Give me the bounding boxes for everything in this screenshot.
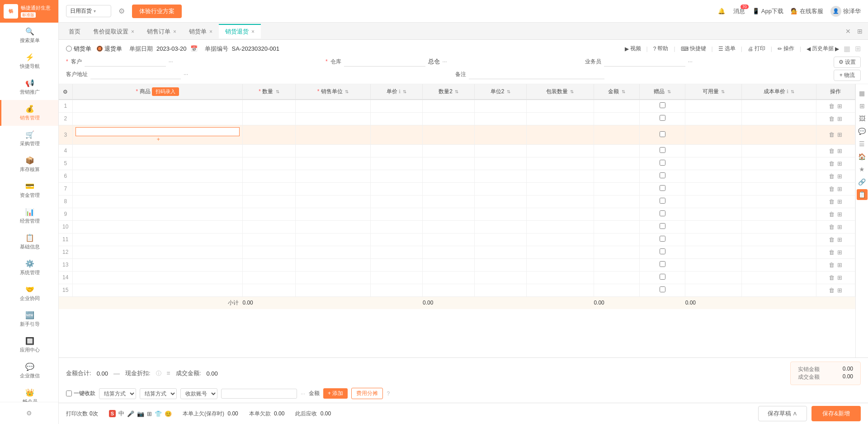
unit-price-cell[interactable] (370, 233, 423, 246)
amount-cell[interactable] (594, 157, 639, 170)
unit-price-cell[interactable] (370, 220, 423, 233)
gift-cell[interactable] (640, 258, 685, 271)
cost-price-cell[interactable] (742, 258, 816, 271)
quantity2-cell[interactable] (423, 258, 475, 271)
calculation-method-select[interactable]: 结算方式 (140, 388, 177, 399)
cost-price-cell[interactable] (742, 220, 816, 233)
amount-cell[interactable] (594, 100, 639, 112)
gift-checkbox[interactable] (660, 115, 665, 121)
copy-icon[interactable]: ⊞ (837, 103, 842, 110)
sidebar-item-purchase[interactable]: 🛒 采购管理 (0, 126, 58, 152)
camera-icon[interactable]: 📷 (137, 410, 144, 417)
amount-cell[interactable] (594, 195, 639, 208)
unit2-cell[interactable] (475, 271, 527, 284)
radio-sales-bill[interactable]: 销货单 (66, 45, 91, 53)
print-btn[interactable]: 🖨 打印 (748, 45, 765, 52)
industry-select[interactable]: 日用百货 ▾ (66, 5, 111, 17)
gift-checkbox[interactable] (660, 286, 665, 292)
quantity2-cell[interactable] (423, 170, 475, 182)
delete-icon[interactable]: 🗑 (829, 287, 835, 294)
sales-unit-cell[interactable] (296, 112, 370, 125)
sidebar-item-finance[interactable]: 💳 资金管理 (0, 177, 58, 203)
unit2-cell[interactable] (475, 182, 527, 195)
pack-qty-cell[interactable] (526, 271, 594, 284)
sort-icon[interactable]: ⇅ (345, 89, 349, 94)
right-icon-link[interactable]: 🔗 (857, 176, 868, 187)
unit-price-cell[interactable] (370, 100, 423, 112)
gift-checkbox[interactable] (660, 185, 665, 191)
tab-close-icon[interactable]: × (209, 29, 212, 35)
unit2-cell[interactable] (475, 233, 527, 246)
delete-icon[interactable]: 🗑 (829, 249, 835, 256)
unit-price-cell[interactable] (370, 271, 423, 284)
gift-checkbox[interactable] (660, 131, 665, 137)
tab-sales-return[interactable]: 销货退货 × (219, 24, 261, 38)
cost-price-cell[interactable] (742, 208, 816, 220)
sales-unit-cell[interactable] (296, 195, 370, 208)
unit-price-cell[interactable] (370, 258, 423, 271)
quantity-cell[interactable] (242, 112, 295, 125)
sales-unit-cell[interactable] (296, 170, 370, 182)
amount-cell[interactable] (594, 208, 639, 220)
quantity-cell[interactable] (242, 100, 295, 112)
delete-icon[interactable]: 🗑 (829, 211, 835, 218)
copy-icon[interactable]: ⊞ (837, 287, 842, 294)
cost-price-cell[interactable] (742, 233, 816, 246)
tab-sales-order[interactable]: 销售订单 × (141, 24, 183, 38)
pack-qty-cell[interactable] (526, 100, 594, 112)
gift-checkbox[interactable] (660, 160, 665, 166)
delete-icon[interactable]: 🗑 (829, 131, 835, 138)
gift-cell[interactable] (640, 271, 685, 284)
gift-checkbox[interactable] (660, 236, 665, 242)
quantity-cell[interactable] (242, 284, 295, 296)
fee-split-btn[interactable]: 费用分摊 (351, 388, 383, 399)
sales-unit-cell[interactable] (296, 208, 370, 220)
topbar-gear-icon[interactable]: ⚙ (117, 5, 127, 17)
copy-icon[interactable]: ⊞ (837, 186, 842, 192)
amount-cell[interactable] (594, 112, 639, 125)
gift-checkbox[interactable] (660, 172, 665, 178)
gift-cell[interactable] (640, 195, 685, 208)
mic-icon[interactable]: 🎤 (127, 410, 134, 417)
gift-cell[interactable] (640, 182, 685, 195)
available-cell[interactable] (685, 246, 742, 258)
pack-qty-cell[interactable] (526, 220, 594, 233)
quantity-cell[interactable] (242, 271, 295, 284)
tab-close-icon[interactable]: × (173, 29, 176, 35)
quantity-cell[interactable] (242, 220, 295, 233)
gift-checkbox[interactable] (660, 198, 665, 204)
product-cell[interactable] (72, 112, 242, 125)
copy-icon[interactable]: ⊞ (837, 173, 842, 180)
save-draft-btn[interactable]: 保存草稿 ∧ (758, 406, 807, 421)
fee-help-icon[interactable]: ? (387, 391, 390, 397)
quantity-cell[interactable] (242, 195, 295, 208)
sort-icon[interactable]: ⇅ (570, 89, 574, 94)
right-icon-grid1[interactable]: ▦ (857, 88, 868, 99)
pack-qty-cell[interactable] (526, 112, 594, 125)
available-cell[interactable] (685, 144, 742, 157)
copy-icon[interactable]: ⊞ (837, 274, 842, 281)
customer-picker-icon[interactable]: ··· (169, 58, 173, 65)
quantity-cell[interactable] (242, 182, 295, 195)
quantity-cell[interactable] (242, 246, 295, 258)
copy-icon[interactable]: ⊞ (837, 262, 842, 268)
pack-qty-cell[interactable] (526, 233, 594, 246)
quantity2-cell[interactable] (423, 233, 475, 246)
amount-cell[interactable] (594, 284, 639, 296)
amount-cell[interactable] (594, 125, 639, 144)
available-cell[interactable] (685, 195, 742, 208)
cost-price-cell[interactable] (742, 271, 816, 284)
quantity2-cell[interactable] (423, 112, 475, 125)
quantity-cell[interactable] (242, 258, 295, 271)
available-cell[interactable] (685, 125, 742, 144)
amount-cell[interactable] (594, 258, 639, 271)
right-icon-image[interactable]: 🖼 (857, 113, 868, 124)
salesperson-picker-icon[interactable]: ··· (688, 58, 693, 65)
amount-cell[interactable] (594, 182, 639, 195)
available-cell[interactable] (685, 157, 742, 170)
warehouse-input[interactable] (344, 57, 425, 67)
quantity-cell[interactable] (242, 233, 295, 246)
gift-cell[interactable] (640, 170, 685, 182)
cost-price-cell[interactable] (742, 144, 816, 157)
copy-icon[interactable]: ⊞ (837, 148, 842, 154)
